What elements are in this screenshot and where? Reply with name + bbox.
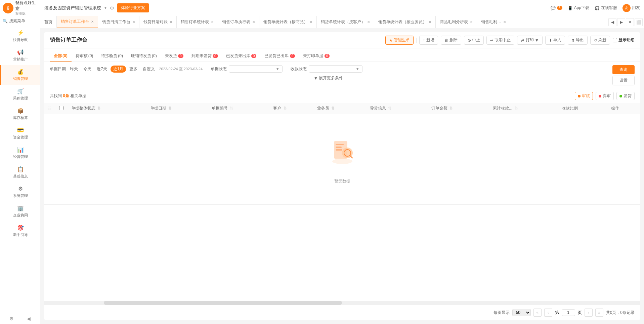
sub-tab-shipped-out[interactable]: 已发货已出库 0	[260, 51, 299, 62]
tab-order-exec[interactable]: 销售订单执行表 ✕	[218, 16, 259, 28]
add-btn[interactable]: + 新增	[419, 36, 438, 45]
tab-nav-prev[interactable]: ◀	[608, 18, 616, 26]
tab-order-stats-close[interactable]: ✕	[211, 20, 214, 24]
filter-status-select[interactable]: ▼	[229, 65, 283, 73]
horizontal-scrollbar[interactable]	[44, 301, 640, 305]
set-btn[interactable]: 设置	[612, 76, 635, 85]
filter-payment-select[interactable]: ▼	[309, 65, 362, 73]
message-action[interactable]: 💬 6	[551, 6, 562, 10]
user-action[interactable]: 友 用友	[622, 4, 640, 12]
app-download-action[interactable]: 📱 App下载	[568, 5, 589, 11]
tab-order-stats[interactable]: 销售订单统计表 ✕	[177, 16, 218, 28]
page-input[interactable]: 1	[562, 309, 575, 316]
sidebar-item-quick-nav[interactable]: ⚡ 快捷导航	[0, 26, 40, 46]
per-page-select[interactable]: 50 20 100	[512, 309, 531, 316]
sidebar-item-sales[interactable]: 💰 销售管理	[0, 65, 40, 85]
tab-sales-workbench[interactable]: 销售订单工作台 ✕	[57, 16, 98, 28]
tab-order-exec-close[interactable]: ✕	[252, 20, 255, 24]
tab-sales-margin-close[interactable]: ✕	[503, 20, 506, 24]
sidebar-item-basic-info[interactable]: 📋 基础信息	[0, 163, 40, 182]
sidebar-item-enterprise[interactable]: 🏢 企业协同	[0, 202, 40, 221]
tab-nav-next[interactable]: ▶	[617, 18, 625, 26]
sidebar-item-operations[interactable]: 📊 经营管理	[0, 143, 40, 163]
print-btn[interactable]: 🖨 打印 ▼	[517, 36, 543, 45]
refresh-btn[interactable]: ↻ 刷新	[590, 36, 610, 45]
th-date[interactable]: 单据日期 ⇅	[147, 103, 208, 114]
query-btn[interactable]: 查询	[612, 65, 635, 74]
date-btn-today[interactable]: 今天	[81, 66, 93, 73]
date-btn-1month[interactable]: 近1月	[111, 66, 126, 73]
delete-btn[interactable]: 🗑 删除	[441, 36, 461, 45]
cancel-review-action-btn[interactable]: 弃审	[596, 92, 614, 100]
tab-cash-daily-close[interactable]: ✕	[132, 20, 135, 24]
sub-tab-unprinted[interactable]: 未打印单据 0	[299, 51, 334, 62]
th-customer[interactable]: 客户 ⇅	[270, 103, 314, 114]
tab-goods-stats[interactable]: 销货单统计表（按商品） ✕	[259, 16, 317, 28]
sub-tab-unshipped[interactable]: 未发货 0	[161, 51, 187, 62]
sidebar-item-purchase[interactable]: 🛒 采购管理	[0, 85, 40, 104]
tab-nav-maximize[interactable]: ⬜	[635, 18, 643, 26]
th-salesperson[interactable]: 业务员 ⇅	[314, 103, 367, 114]
tab-customer-stats[interactable]: 销货单统计表（按客户） ✕	[317, 16, 374, 28]
tab-nav-close-all[interactable]: ✕	[626, 18, 634, 26]
tab-home[interactable]: 首页	[40, 16, 57, 28]
expand-filter-btn[interactable]: ▼ 展开更多条件	[314, 75, 343, 81]
tab-sales-stats-close[interactable]: ✕	[429, 20, 431, 24]
settings-icon[interactable]: ⚙	[110, 5, 114, 11]
sidebar-item-system[interactable]: ⚙ 系统管理	[0, 182, 40, 202]
tab-sales-workbench-close[interactable]: ✕	[91, 20, 94, 24]
date-btn-7days[interactable]: 近7天	[95, 66, 109, 73]
sub-tab-all[interactable]: 全部(0)	[50, 51, 72, 62]
th-collected[interactable]: 累计收款... ⇅	[489, 103, 558, 114]
import-btn[interactable]: ⬇ 导入	[545, 36, 565, 45]
tab-sales-stats[interactable]: 销货单统计表（按业务员） ✕	[374, 16, 436, 28]
show-detail-label[interactable]: 显示明细	[613, 37, 635, 43]
page-last-btn[interactable]: »	[595, 309, 603, 317]
date-btn-more[interactable]: 更多	[127, 66, 139, 73]
th-checkbox[interactable]	[54, 103, 68, 114]
th-amount[interactable]: 订单金额 ⇅	[428, 103, 489, 114]
smart-btn[interactable]: ★ 智能生单	[385, 36, 414, 45]
export-btn[interactable]: ⬆ 导出	[568, 36, 588, 45]
page-next-btn[interactable]: ›	[585, 309, 593, 317]
tab-goods-stats-close[interactable]: ✕	[310, 20, 312, 24]
tab-reconcile-close[interactable]: ✕	[170, 20, 172, 24]
tab-reconcile[interactable]: 钱货日清对账 ✕	[139, 16, 177, 28]
sub-tab-pending-review[interactable]: 待审核(0)	[72, 51, 97, 62]
sub-tab-shipped-not-out[interactable]: 已发货未出库 0	[222, 51, 261, 62]
sidebar-item-guide[interactable]: 🎯 新手引导	[0, 221, 40, 241]
stop-btn[interactable]: ⊘ 中止	[464, 36, 484, 45]
tab-sales-margin[interactable]: 销售毛利… ✕	[477, 16, 510, 28]
sidebar-item-inventory[interactable]: 📦 库存核算	[0, 104, 40, 124]
th-exception[interactable]: 异常信息 ⇅	[367, 103, 428, 114]
sidebar-item-finance[interactable]: 💳 资金管理	[0, 124, 40, 143]
date-btn-yesterday[interactable]: 昨天	[68, 66, 80, 73]
th-ratio[interactable]: 收款比例	[558, 103, 608, 114]
system-dropdown-icon[interactable]: ▼	[104, 6, 107, 10]
tab-sales-stats-label: 销货单统计表（按业务员）	[378, 19, 427, 25]
th-number[interactable]: 单据编号 ⇅	[208, 103, 270, 114]
sub-tab-overdue[interactable]: 到期未发货 0	[187, 51, 222, 62]
review-action-btn[interactable]: 审核	[575, 92, 593, 100]
tab-margin[interactable]: 商品毛利分析表 ✕	[436, 16, 477, 28]
tab-margin-close[interactable]: ✕	[470, 20, 473, 24]
date-btn-custom[interactable]: 自定义	[141, 66, 157, 73]
show-detail-checkbox[interactable]	[613, 38, 617, 42]
select-all-checkbox[interactable]	[59, 106, 63, 110]
online-service-action[interactable]: 🎧 在线客服	[595, 5, 617, 11]
sidebar-search[interactable]: 🔍 搜索菜单	[0, 16, 40, 26]
page-first-btn[interactable]: «	[533, 309, 542, 317]
sub-tab-wangpu[interactable]: 旺铺待发货(0)	[127, 51, 161, 62]
page-prev-btn[interactable]: ‹	[544, 309, 552, 317]
cancel-stop-btn[interactable]: ↩ 取消中止	[486, 36, 514, 45]
ship-action-btn[interactable]: 发货	[616, 92, 635, 100]
scroll-thumb[interactable]	[104, 301, 342, 305]
industry-btn[interactable]: 体验行业方案	[117, 3, 149, 12]
th-status[interactable]: 单据整体状态 ⇅	[68, 103, 147, 114]
sidebar-item-marketing[interactable]: 📢 营销推广	[0, 46, 40, 65]
sidebar-collapse-btn[interactable]: ◀	[27, 316, 31, 321]
tab-customer-stats-close[interactable]: ✕	[367, 20, 370, 24]
sidebar-settings-btn[interactable]: ⚙	[9, 316, 14, 321]
sub-tab-pending-check[interactable]: 待拣验货(0)	[97, 51, 127, 62]
tab-cash-daily[interactable]: 钱货日清工作台 ✕	[98, 16, 139, 28]
